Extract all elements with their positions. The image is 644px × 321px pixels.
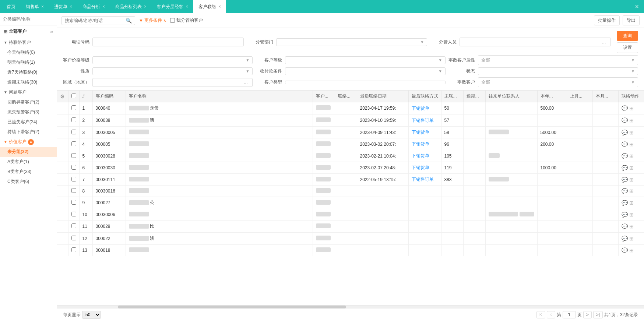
next-page-btn[interactable]: >	[583, 311, 592, 318]
more-icon[interactable]: ⊞	[629, 223, 634, 229]
row-checkbox[interactable]	[71, 130, 76, 134]
select-all-checkbox[interactable]	[71, 94, 76, 98]
last-method-link[interactable]: 下销货单	[412, 106, 429, 111]
tab-purchase-close[interactable]: ×	[70, 4, 72, 9]
sidebar-item-ungrouped[interactable]: 未分组(32)	[0, 147, 57, 157]
more-conditions-btn[interactable]: ▼ 更多条件 ∧	[139, 17, 166, 24]
price-level-select[interactable]: ▼	[92, 56, 253, 64]
tab-customer-segment-close[interactable]: ×	[186, 4, 188, 9]
region-select[interactable]: …	[92, 78, 253, 87]
status-select[interactable]: ▼	[478, 67, 638, 75]
more-icon[interactable]: ⊞	[629, 188, 634, 194]
row-checkbox[interactable]	[71, 188, 76, 193]
message-icon[interactable]: 💬	[622, 105, 628, 111]
row-checkbox[interactable]	[71, 223, 76, 228]
message-icon[interactable]: 💬	[622, 177, 628, 183]
tab-product-analysis-list-close[interactable]: ×	[144, 4, 147, 9]
row-checkbox[interactable]	[71, 153, 76, 158]
message-icon[interactable]: 💬	[622, 141, 628, 147]
tab-product-analysis-list[interactable]: 商品分析列表 ×	[110, 0, 152, 13]
phone-input[interactable]	[92, 38, 244, 46]
query-button[interactable]: 查询	[617, 31, 638, 41]
export-button[interactable]: 导出	[623, 15, 640, 25]
sidebar-collapse-btn[interactable]: «	[50, 29, 53, 35]
prev-page-btn[interactable]: <	[547, 311, 555, 318]
zero-customer-select[interactable]: 全部 ▼	[478, 77, 638, 87]
tab-product-analysis-close[interactable]: ×	[102, 4, 105, 9]
tab-customer-segment[interactable]: 客户分层经客 ×	[152, 0, 193, 13]
region-dots[interactable]: …	[242, 80, 249, 85]
message-icon[interactable]: 💬	[622, 236, 628, 241]
tab-product-analysis[interactable]: 商品分析 ×	[77, 0, 110, 13]
per-page-select[interactable]: 50 100 200	[82, 311, 101, 319]
row-checkbox[interactable]	[71, 247, 76, 252]
value-group-header[interactable]: ▼ 价值客户 ●	[0, 137, 57, 147]
my-customers-checkbox-label[interactable]: 我分管的客户	[170, 17, 203, 24]
search-icon[interactable]: 🔍	[126, 18, 132, 24]
message-icon[interactable]: 💬	[622, 200, 628, 206]
last-method-link[interactable]: 下销货单	[412, 130, 429, 135]
reset-button[interactable]: 设置	[617, 42, 638, 53]
tab-home[interactable]: 首页	[1, 0, 21, 13]
window-close[interactable]: ×	[631, 3, 643, 11]
message-icon[interactable]: 💬	[622, 130, 628, 135]
tab-customer-contact-close[interactable]: ×	[218, 4, 221, 9]
more-icon[interactable]: ⊞	[629, 105, 634, 111]
sidebar-item-churn-warning[interactable]: 流失预警客户(3)	[0, 107, 57, 117]
sidebar-item-b-customers[interactable]: B类客户(33)	[0, 167, 57, 177]
sidebar-item-today-pending[interactable]: 今天待联络(0)	[0, 47, 57, 57]
more-icon[interactable]: ⊞	[629, 130, 634, 135]
row-checkbox[interactable]	[71, 212, 76, 216]
sidebar-item-a-customers[interactable]: A类客户(1)	[0, 157, 57, 167]
last-method-link[interactable]: 下销货单	[412, 141, 429, 147]
batch-op-button[interactable]: 批量操作	[594, 15, 620, 25]
row-checkbox[interactable]	[71, 117, 76, 122]
sidebar-item-declining[interactable]: 持续下滑客户(2)	[0, 127, 57, 137]
last-method-link[interactable]: 下销售订单	[412, 118, 434, 123]
message-icon[interactable]: 💬	[622, 153, 628, 159]
more-icon[interactable]: ⊞	[629, 247, 634, 253]
sidebar-item-c-customers[interactable]: C类客户(6)	[0, 177, 57, 187]
message-icon[interactable]: 💬	[622, 212, 628, 218]
more-icon[interactable]: ⊞	[629, 200, 634, 206]
message-icon[interactable]: 💬	[622, 117, 628, 123]
sidebar-item-7day-pending[interactable]: 近7天待联络(0)	[0, 67, 57, 77]
message-icon[interactable]: 💬	[622, 188, 628, 194]
person-select[interactable]: …	[460, 38, 611, 46]
tab-sales[interactable]: 销售单 ×	[21, 0, 49, 13]
row-checkbox[interactable]	[71, 177, 76, 181]
sidebar-item-abnormal-repurchase[interactable]: 回购异常客户(2)	[0, 97, 57, 107]
sidebar-item-tomorrow-pending[interactable]: 明天待联络(1)	[0, 57, 57, 67]
last-method-link[interactable]: 下销售订单	[412, 177, 434, 182]
message-icon[interactable]: 💬	[622, 165, 628, 171]
zero-retail-select[interactable]: 全部 ▼	[478, 55, 638, 65]
row-checkbox[interactable]	[71, 141, 76, 146]
col-settings[interactable]: ⚙	[57, 91, 68, 102]
horizontal-scrollbar[interactable]	[57, 305, 644, 308]
row-checkbox[interactable]	[71, 200, 76, 205]
settings-icon[interactable]: ⚙	[60, 94, 65, 99]
sidebar-item-churned[interactable]: 已流失客户(24)	[0, 117, 57, 127]
sidebar-item-overdue-pending[interactable]: 逾期未联络(30)	[0, 77, 57, 87]
all-customers-header[interactable]: ⊞ 全部客户 «	[0, 25, 57, 38]
tab-purchase[interactable]: 进货单 ×	[49, 0, 77, 13]
more-icon[interactable]: ⊞	[629, 177, 634, 183]
row-checkbox[interactable]	[71, 165, 76, 170]
row-checkbox[interactable]	[71, 105, 76, 110]
dept-select[interactable]: ▼	[276, 38, 427, 46]
page-number-input[interactable]	[563, 311, 576, 318]
my-customers-checkbox[interactable]	[170, 18, 175, 23]
message-icon[interactable]: 💬	[622, 247, 628, 253]
problem-group-header[interactable]: ▼ 问题客户	[0, 87, 57, 97]
sidebar-search-input[interactable]	[3, 17, 57, 22]
more-icon[interactable]: ⊞	[629, 165, 634, 171]
more-icon[interactable]: ⊞	[629, 236, 634, 241]
search-input[interactable]	[65, 18, 126, 23]
gender-select[interactable]: ▼	[92, 67, 253, 75]
more-icon[interactable]: ⊞	[629, 141, 634, 147]
tab-sales-close[interactable]: ×	[41, 4, 44, 9]
first-page-btn[interactable]: K	[536, 311, 545, 318]
more-icon[interactable]: ⊞	[629, 153, 634, 159]
payment-select[interactable]: ▼	[285, 67, 445, 75]
customer-type-select[interactable]	[285, 81, 445, 84]
